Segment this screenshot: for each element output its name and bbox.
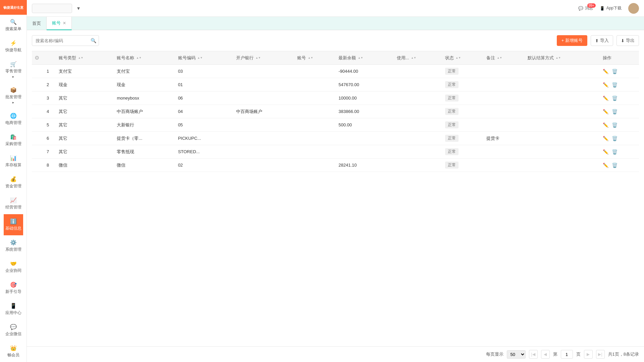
delete-icon[interactable]: 🗑️: [612, 122, 618, 128]
export-button[interactable]: ⬇ 导出: [616, 35, 639, 46]
per-page-select[interactable]: 50 20 100: [507, 350, 526, 359]
sidebar-item-new-guide[interactable]: 🎯新手引导: [4, 278, 23, 299]
sidebar-item-purchase-mgmt[interactable]: 🛍️采购管理: [4, 130, 23, 151]
menu-icon: 🤝: [5, 260, 21, 267]
menu-icon: 📈: [5, 197, 21, 203]
cell-settlement: [525, 105, 600, 118]
message-button[interactable]: 💬 消息 99+: [578, 5, 593, 11]
column-settings-icon[interactable]: ⚙: [35, 55, 39, 61]
col-balance[interactable]: 最新余额 ▲▼: [336, 51, 394, 65]
delete-icon[interactable]: 🗑️: [612, 96, 618, 101]
sidebar-item-label: 快捷导航: [5, 47, 21, 53]
col-account-code[interactable]: 账号编码 ▲▼: [175, 51, 233, 65]
first-page-btn[interactable]: |◀: [529, 350, 538, 359]
col-bank[interactable]: 开户银行 ▲▼: [233, 51, 294, 65]
col-account-name[interactable]: 账号名称 ▲▼: [114, 51, 175, 65]
cell-account-code: PICKUPC...: [175, 132, 233, 145]
edit-icon[interactable]: ✏️: [603, 109, 608, 114]
edit-icon[interactable]: ✏️: [603, 149, 608, 155]
page-input[interactable]: [561, 350, 573, 359]
cell-status: 正常: [442, 145, 484, 159]
sidebar-item-capital-mgmt[interactable]: 💰资金管理: [4, 172, 23, 193]
next-page-btn[interactable]: ▶: [584, 350, 593, 359]
cell-actions: ✏️ 🗑️: [600, 145, 639, 159]
sidebar-item-app-center[interactable]: 📱应用中心: [4, 299, 23, 320]
delete-icon[interactable]: 🗑️: [612, 163, 618, 168]
sidebar-item-quick-nav[interactable]: ⚡快捷导航: [4, 36, 23, 57]
sidebar-item-search-menu[interactable]: 🔍搜索菜单: [4, 15, 23, 36]
message-badge: 99+: [587, 3, 596, 8]
cell-account-type: 支付宝: [56, 65, 114, 78]
prev-page-btn[interactable]: ◀: [541, 350, 550, 359]
delete-icon[interactable]: 🗑️: [612, 136, 618, 141]
sidebar-item-label: 应用中心: [5, 310, 21, 316]
edit-icon[interactable]: ✏️: [603, 82, 608, 87]
edit-icon[interactable]: ✏️: [603, 69, 608, 74]
dropdown-icon[interactable]: ▾: [77, 5, 80, 11]
search-input[interactable]: [32, 35, 99, 46]
sidebar-item-inventory-calc[interactable]: 📊库存核算: [4, 151, 23, 172]
delete-icon[interactable]: 🗑️: [612, 69, 618, 74]
cell-account-name: 大新银行: [114, 118, 175, 132]
sidebar-item-label: 畅会员: [5, 352, 21, 358]
action-icons: ✏️ 🗑️: [603, 82, 636, 87]
sidebar-item-wholesale-mgmt[interactable]: 📦批发管理▸: [4, 83, 23, 109]
sidebar-item-label: 电商管理: [5, 120, 21, 126]
import-button[interactable]: ⬆ 导入: [591, 35, 613, 46]
top-header-left: ▾: [32, 4, 80, 13]
table-header-row: ⚙ 账号类型 ▲▼ 账号名称 ▲▼ 账号编码 ▲▼: [32, 51, 639, 65]
cell-account-no: [294, 92, 336, 105]
menu-icon: 🎯: [5, 282, 21, 288]
sidebar-item-label: 搜索菜单: [5, 26, 21, 32]
delete-icon[interactable]: 🗑️: [612, 82, 618, 87]
tab-label: 账号: [52, 20, 61, 26]
sidebar-item-retail-mgmt[interactable]: 🛒零售管理▸: [4, 57, 23, 83]
cell-account-name: 提货卡（零...: [114, 132, 175, 145]
col-usage[interactable]: 使用... ▲▼: [394, 51, 442, 65]
col-account-code-label: 账号编码: [178, 55, 196, 60]
sidebar-item-enterprise-wechat[interactable]: 💬企业微信: [4, 320, 23, 341]
sidebar-item-enterprise-agreement[interactable]: 🤝企业协同: [4, 256, 23, 278]
cell-num: 3: [44, 92, 56, 105]
tab-account[interactable]: 账号✕: [47, 17, 72, 30]
cell-usage: [394, 159, 442, 172]
cell-account-no: [294, 118, 336, 132]
col-notes[interactable]: 备注 ▲▼: [484, 51, 525, 65]
menu-icon: ℹ️: [5, 218, 21, 225]
col-account-type[interactable]: 账号类型 ▲▼: [56, 51, 114, 65]
add-account-button[interactable]: + 新增账号: [557, 35, 587, 46]
delete-icon[interactable]: 🗑️: [612, 149, 618, 155]
cell-account-code: 02: [175, 159, 233, 172]
col-account-no[interactable]: 账号 ▲▼: [294, 51, 336, 65]
cell-bank: [233, 145, 294, 159]
cell-notes: [484, 118, 525, 132]
cell-num: 2: [44, 78, 56, 92]
message-icon: 💬: [578, 6, 583, 11]
col-settlement[interactable]: 默认结算方式 ▲▼: [525, 51, 600, 65]
edit-icon[interactable]: ✏️: [603, 136, 608, 141]
cell-settings: [32, 105, 44, 118]
tab-home[interactable]: 首页: [27, 17, 47, 30]
action-icons: ✏️ 🗑️: [603, 96, 636, 101]
tab-close-icon[interactable]: ✕: [63, 21, 66, 25]
edit-icon[interactable]: ✏️: [603, 163, 608, 168]
sidebar-item-operations-mgmt[interactable]: 📈经营管理: [4, 193, 23, 214]
cell-account-no: [294, 78, 336, 92]
edit-icon[interactable]: ✏️: [603, 122, 608, 128]
sidebar-item-ecommerce-mgmt[interactable]: 🌐电商管理: [4, 109, 23, 130]
action-icons: ✏️ 🗑️: [603, 69, 636, 74]
search-icon[interactable]: 🔍: [91, 38, 96, 43]
edit-icon[interactable]: ✏️: [603, 96, 608, 101]
cell-settlement: [525, 118, 600, 132]
delete-icon[interactable]: 🗑️: [612, 109, 618, 114]
user-avatar[interactable]: [628, 3, 639, 14]
sidebar-item-basic-info[interactable]: ℹ️基础信息: [4, 214, 23, 235]
app-download-button[interactable]: 📱 App下载: [600, 5, 622, 11]
sidebar-item-vip-member[interactable]: 👑畅会员: [4, 341, 23, 362]
top-search-input[interactable]: [32, 4, 72, 13]
cell-actions: ✏️ 🗑️: [600, 92, 639, 105]
col-status[interactable]: 状态 ▲▼: [442, 51, 484, 65]
cell-account-type: 其它: [56, 145, 114, 159]
last-page-btn[interactable]: ▶|: [596, 350, 605, 359]
sidebar-item-system-mgmt[interactable]: ⚙️系统管理: [4, 235, 23, 256]
